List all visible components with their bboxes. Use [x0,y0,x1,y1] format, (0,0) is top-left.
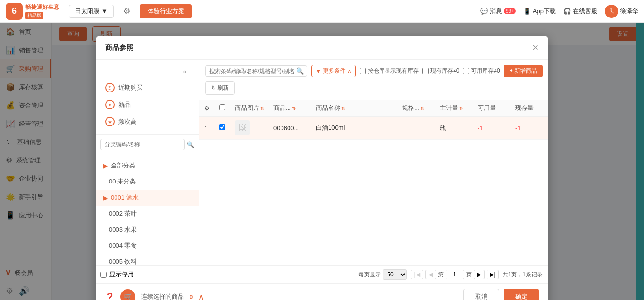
page-size-label: 每页显示 [358,271,381,279]
filter-label: 更多条件 [323,67,346,75]
cat-0001-arrow: ▶ [103,194,108,201]
cart-count: 0 [190,293,193,300]
th-stock: 现存量 [511,100,548,117]
headset-icon: 🎧 [563,8,571,15]
chevron-down-icon: ▼ [101,8,107,15]
cat-item-0003[interactable]: 0003 水果 [96,222,199,238]
footer-actions: 取消 确定 [463,289,539,300]
experience-btn[interactable]: 体验行业方案 [140,4,192,18]
category-search-input[interactable] [100,139,185,150]
warehouse-label: 按仓库显示现有库存 [368,67,419,75]
username-label: 徐泽华 [620,7,638,16]
usable-ne0-checkbox[interactable] [463,68,469,74]
th-available: 可用量 [473,100,511,117]
app-download-label: App下载 [533,7,556,16]
avatar: 头 [605,5,618,18]
recent-icon: ⏱ [105,83,115,92]
page-size-select[interactable]: 50 100 200 [383,269,407,280]
app-download-btn[interactable]: 📱 App下载 [523,7,556,16]
online-service-label: 在线客服 [573,7,597,16]
usable-ne0-label: 可用库存≠0 [471,67,500,75]
show-disabled-label[interactable]: 显示停用 [109,270,134,279]
first-page-btn[interactable]: |◀ [411,270,423,279]
stock-ne0-checkbox-label[interactable]: 现有库存≠0 [422,67,459,75]
th-settings[interactable]: ⚙ [199,100,215,117]
frequent-icon: ★ [105,117,115,126]
main-area: 查询 刷新 设置 商品参照 ✕ [52,23,644,300]
table-row[interactable]: 1 🖼 000600... 白酒100ml [199,117,548,140]
nav-selector[interactable]: 日太阳膜 ▼ [69,5,114,18]
product-search-box: 🔍 [205,65,307,77]
quick-item-frequent[interactable]: ★ 频次高 [100,114,194,130]
quick-item-new[interactable]: ✦ 新品 [100,97,194,113]
modal-close-button[interactable]: ✕ [532,42,539,53]
cat-item-0001[interactable]: ▶ 0001 酒水 [96,190,199,206]
page-size-selector: 每页显示 50 100 200 [358,269,407,280]
usable-ne0-checkbox-label[interactable]: 可用库存≠0 [463,67,500,75]
help-icon[interactable]: ❓ [105,292,115,300]
cat-all-arrow: ▶ [103,162,108,169]
product-thumbnail: 🖼 [235,120,250,135]
online-service-btn[interactable]: 🎧 在线客服 [563,7,597,16]
row-code: 000600... [269,117,311,140]
th-name[interactable]: 商品名称⇅ [311,100,397,117]
cat-all-label: 全部分类 [111,161,135,170]
collapse-icon[interactable]: « [180,67,190,76]
product-table-container: ⚙ 商品图片⇅ 商品...⇅ [199,100,548,265]
th-unit[interactable]: 主计量⇅ [435,100,473,117]
quick-item-recent[interactable]: ⏱ 近期购买 [100,80,194,96]
cat-item-0004[interactable]: 0004 零食 [96,238,199,254]
pagination: 每页显示 50 100 200 |◀ ◀ 第 [199,265,548,283]
next-page-btn[interactable]: ▶ [474,270,485,279]
product-modal: 商品参照 ✕ « ⏱ 近期购买 [96,36,548,300]
show-disabled-checkbox[interactable] [100,272,107,278]
filter-more-btn[interactable]: ▼ 更多条件 ∧ [311,65,356,77]
th-code[interactable]: 商品...⇅ [269,100,311,117]
settings-icon[interactable]: ⚙ [119,4,134,19]
product-search-input[interactable] [209,68,294,75]
messages-btn[interactable]: 💬 消息 99+ [480,7,516,16]
quick-access-section: « ⏱ 近期购买 ✦ 新品 ★ [96,60,199,135]
cat-item-00[interactable]: 00 未分类 [96,174,199,190]
confirm-button[interactable]: 确定 [504,289,539,300]
warehouse-checkbox-label[interactable]: 按仓库显示现有库存 [360,67,419,75]
cart-icon[interactable]: 🛒 [120,289,135,300]
th-checkbox [215,100,230,117]
logo-icon: 6 [6,3,23,20]
new-icon: ✦ [105,100,115,109]
page-number-input[interactable] [446,270,464,279]
select-all-checkbox[interactable] [219,104,225,110]
cancel-button[interactable]: 取消 [463,289,499,300]
last-page-btn[interactable]: ▶| [487,270,499,279]
user-menu[interactable]: 头 徐泽华 [605,5,638,18]
category-search-icon[interactable]: 🔍 [187,141,194,148]
total-info: 共1页，1条记录 [503,271,543,279]
row-select-checkbox[interactable] [219,124,225,130]
phone-icon: 📱 [523,8,531,15]
warehouse-checkbox[interactable] [360,68,366,74]
nav-right: 💬 消息 99+ 📱 App下载 🎧 在线客服 头 徐泽华 [480,5,638,18]
modal-body: « ⏱ 近期购买 ✦ 新品 ★ [96,60,548,283]
row-name: 白酒100ml [311,117,397,140]
category-list: ▶ 全部分类 00 未分类 ▶ 0001 酒水 0002 茶 [96,154,199,265]
cat-0004-label: 0004 零食 [109,242,137,250]
modal-header: 商品参照 ✕ [96,36,548,60]
refresh-product-btn[interactable]: ↻ 刷新 [205,81,235,95]
cat-item-all[interactable]: ▶ 全部分类 [96,158,199,174]
cat-item-0002[interactable]: 0002 茶叶 [96,206,199,222]
collapse-footer-icon[interactable]: ∧ [198,292,204,300]
cat-0001-label: 0001 酒水 [111,193,139,202]
th-spec[interactable]: 规格...⇅ [397,100,435,117]
add-product-btn[interactable]: + 新增商品 [504,65,543,77]
stock-ne0-label: 现有库存≠0 [430,67,459,75]
product-search-icon[interactable]: 🔍 [296,67,304,75]
left-panel: « ⏱ 近期购买 ✦ 新品 ★ [96,60,199,283]
th-image[interactable]: 商品图片⇅ [230,100,269,117]
stock-ne0-checkbox[interactable] [422,68,429,74]
row-stock: -1 [511,117,548,140]
cat-0005-label: 0005 饮料 [109,258,137,265]
prev-page-btn[interactable]: ◀ [425,270,436,279]
cat-item-0005[interactable]: 0005 饮料 [96,254,199,265]
right-panel: 🔍 ▼ 更多条件 ∧ 按仓库显示现有库存 [199,60,548,283]
quick-label-frequent: 频次高 [118,117,137,126]
